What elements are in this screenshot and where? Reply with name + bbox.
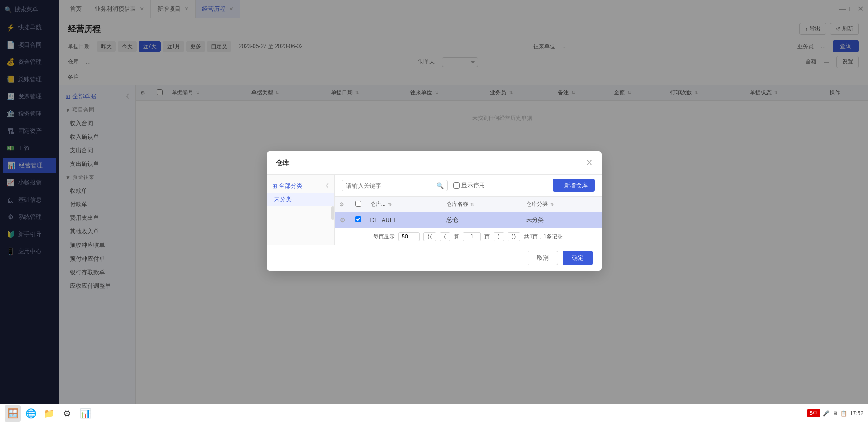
modal-col-name[interactable]: 仓库名称 ⇅ bbox=[442, 197, 522, 212]
mic-icon[interactable]: 🎤 bbox=[823, 410, 830, 417]
modal-sidebar-uncategorized[interactable]: 未分类 bbox=[267, 193, 334, 206]
modal-all-label[interactable]: 全部分类 bbox=[279, 182, 302, 190]
modal-body: ⊞ 全部分类 《 未分类 🔍 bbox=[267, 175, 602, 245]
sort-name-icon: ⇅ bbox=[470, 202, 474, 207]
taskbar-item-5[interactable]: 📊 bbox=[77, 405, 93, 422]
taskbar-icon-1: 🪟 bbox=[7, 408, 19, 419]
modal-page-input[interactable] bbox=[463, 232, 481, 241]
modal-close-btn[interactable]: ✕ bbox=[586, 158, 593, 168]
row-select-checkbox[interactable] bbox=[355, 216, 361, 222]
row-name: 总仓 bbox=[442, 212, 522, 228]
show-disabled-container: 显示停用 bbox=[453, 181, 485, 189]
modal-col-gear: ⚙ bbox=[335, 197, 351, 212]
modal-overlay[interactable]: 仓库 ✕ ⊞ 全部分类 《 未分类 bbox=[0, 0, 868, 422]
modal-table-wrap: ⚙ 仓库... ⇅ 仓库名称 ⇅ bbox=[335, 197, 602, 228]
modal-search-icon[interactable]: 🔍 bbox=[433, 180, 447, 191]
sort-code-icon: ⇅ bbox=[388, 202, 392, 207]
modal-total-info: 共1页，1条记录 bbox=[524, 233, 562, 241]
modal-page-label: 算 bbox=[454, 233, 459, 241]
col-code-label: 仓库... bbox=[370, 201, 386, 207]
modal-search-container: 🔍 bbox=[342, 180, 448, 191]
show-disabled-checkbox[interactable] bbox=[453, 182, 460, 189]
modal: 仓库 ✕ ⊞ 全部分类 《 未分类 bbox=[267, 151, 602, 271]
row-gear: ⚙ bbox=[335, 212, 351, 228]
modal-header: 仓库 ✕ bbox=[267, 151, 602, 175]
taskbar-item-1[interactable]: 🪟 bbox=[5, 405, 21, 422]
modal-col-checkbox bbox=[351, 197, 366, 212]
taskbar-item-2[interactable]: 🌐 bbox=[23, 405, 39, 422]
modal-search-input[interactable] bbox=[342, 180, 433, 191]
modal-confirm-btn[interactable]: 确定 bbox=[563, 251, 593, 265]
row-checkbox bbox=[351, 212, 366, 228]
taskbar-item-4[interactable]: ⚙ bbox=[59, 405, 75, 422]
modal-content: 🔍 显示停用 + 新增仓库 ⚙ bbox=[335, 175, 602, 245]
row-category: 未分类 bbox=[522, 212, 601, 228]
clipboard-icon[interactable]: 📋 bbox=[840, 410, 847, 417]
taskbar-icon-5: 📊 bbox=[80, 408, 91, 419]
taskbar-icon-3: 📁 bbox=[43, 408, 55, 419]
modal-toolbar: 🔍 显示停用 + 新增仓库 bbox=[335, 175, 602, 197]
modal-sidebar-header: ⊞ 全部分类 《 bbox=[267, 179, 334, 193]
taskbar-item-3[interactable]: 📁 bbox=[41, 405, 57, 422]
modal-next-page-btn[interactable]: ⟩ bbox=[494, 232, 504, 241]
modal-title: 仓库 bbox=[276, 159, 289, 167]
taskbar-left: 🪟 🌐 📁 ⚙ 📊 bbox=[5, 405, 93, 422]
modal-sidebar: ⊞ 全部分类 《 未分类 bbox=[267, 175, 335, 245]
modal-per-page-label: 每页显示 bbox=[373, 233, 395, 241]
show-disabled-label: 显示停用 bbox=[461, 181, 485, 189]
add-warehouse-button[interactable]: + 新增仓库 bbox=[553, 179, 594, 192]
taskbar-time: 17:52 bbox=[850, 410, 863, 417]
col-category-label: 仓库分类 bbox=[526, 201, 548, 207]
modal-table-row[interactable]: ⚙ DEFAULT 总仓 未分类 bbox=[335, 212, 602, 228]
row-code: DEFAULT bbox=[366, 212, 442, 228]
modal-grid-icon: ⊞ bbox=[272, 183, 277, 189]
sort-category-icon: ⇅ bbox=[550, 202, 554, 207]
modal-footer-bar: 每页显示 50 100 ⟨⟨ ⟨ 算 页 ⟩ ⟩⟩ 共1页，1条记录 bbox=[335, 228, 602, 245]
sougou-badge[interactable]: S中 bbox=[807, 409, 820, 417]
modal-first-page-btn[interactable]: ⟨⟨ bbox=[423, 232, 436, 241]
modal-col-code[interactable]: 仓库... ⇅ bbox=[366, 197, 442, 212]
modal-last-page-btn[interactable]: ⟩⟩ bbox=[508, 232, 520, 241]
modal-prev-page-btn[interactable]: ⟨ bbox=[440, 232, 450, 241]
modal-gear-icon[interactable]: ⚙ bbox=[339, 201, 344, 208]
modal-actions: 取消 确定 bbox=[267, 245, 602, 271]
modal-select-all[interactable] bbox=[355, 201, 361, 207]
col-name-label: 仓库名称 bbox=[446, 201, 468, 207]
modal-sidebar-collapse-btn[interactable]: 《 bbox=[323, 182, 329, 190]
taskbar-right: S中 🎤 🖥 📋 17:52 bbox=[807, 409, 863, 417]
modal-per-page-select[interactable]: 50 100 bbox=[398, 232, 420, 241]
taskbar: 🪟 🌐 📁 ⚙ 📊 S中 🎤 🖥 📋 17:52 bbox=[0, 404, 868, 422]
taskbar-icon-4: ⚙ bbox=[63, 408, 71, 419]
modal-col-category[interactable]: 仓库分类 ⇅ bbox=[522, 197, 601, 212]
screen-icon[interactable]: 🖥 bbox=[832, 410, 838, 417]
modal-cancel-btn[interactable]: 取消 bbox=[528, 251, 558, 265]
modal-page-suffix: 页 bbox=[484, 233, 490, 241]
taskbar-icon-2: 🌐 bbox=[25, 408, 37, 419]
modal-table: ⚙ 仓库... ⇅ 仓库名称 ⇅ bbox=[335, 197, 602, 228]
